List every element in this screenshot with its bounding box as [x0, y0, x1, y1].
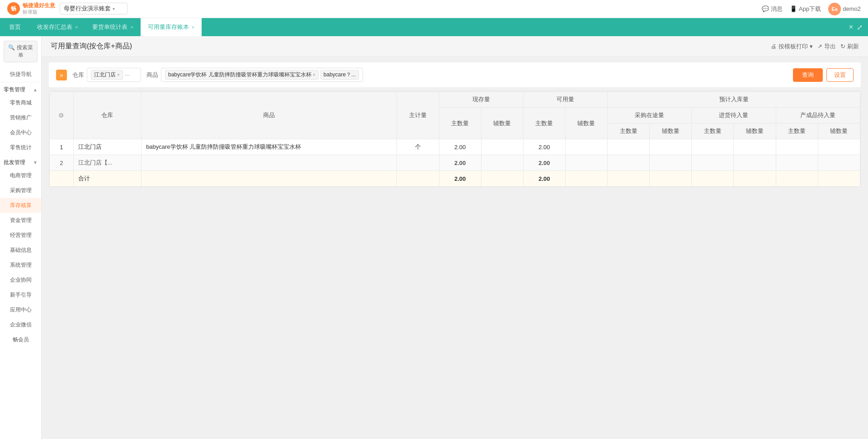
search-icon: 🔍	[8, 44, 15, 51]
layout: 🔍 搜索菜单 快捷导航 零售管理 ▲ 零售商城 营销推广 会员中心 零售统计 批…	[0, 36, 868, 439]
th-settings[interactable]: ⚙	[50, 92, 74, 139]
table-scroll[interactable]: ⚙ 仓库 商品 主计量 现存量 可用量 预计入库量 主数量 辅数量	[49, 91, 860, 187]
th-warehouse: 仓库	[73, 92, 141, 139]
cell-mainunit: 个	[397, 139, 439, 155]
sidebar-group-wholesale[interactable]: 批发管理 ▼	[0, 155, 41, 168]
product-tag-2-label: babycare？...	[324, 71, 356, 79]
retail-stats-label: 零售统计	[10, 144, 32, 151]
sidebar-item-operations[interactable]: 经营管理	[0, 228, 41, 243]
marketing-label: 营销推广	[10, 114, 32, 121]
summary-current-aux	[481, 155, 523, 171]
sidebar-item-wechat[interactable]: 企业微信	[0, 317, 41, 332]
logo-icon: 畅	[7, 2, 20, 15]
sidebar-item-enterprise[interactable]: 企业协同	[0, 273, 41, 288]
sidebar-item-changhui[interactable]: 畅会员	[0, 332, 41, 347]
footer-inbound-main	[692, 171, 734, 187]
warehouse-tag-remove[interactable]: ×	[117, 72, 120, 77]
search-menu-btn[interactable]: 🔍 搜索菜单	[4, 41, 38, 62]
cell-purchase-main	[608, 139, 650, 155]
sidebar-item-ecommerce[interactable]: 电商管理	[0, 168, 41, 183]
wholesale-group-label: 批发管理	[4, 159, 25, 166]
store-selector-label: 母婴行业演示账套	[64, 5, 111, 13]
footer-label: 合计	[73, 171, 141, 187]
tab-yaohuo-label: 要货单统计表	[92, 23, 127, 31]
data-table: ⚙ 仓库 商品 主计量 现存量 可用量 预计入库量 主数量 辅数量	[49, 91, 860, 187]
th-available-qty: 可用量	[523, 92, 607, 108]
tab-keyongliang-close[interactable]: ×	[192, 24, 194, 30]
print-btn[interactable]: 🖨 按模板打印 ▾	[771, 42, 813, 51]
product-tag-1-remove[interactable]: ×	[313, 72, 316, 77]
tab-keyongliang-label: 可用量库存账本	[148, 23, 189, 31]
sidebar-item-appcenter[interactable]: 应用中心	[0, 302, 41, 317]
export-label: 导出	[824, 42, 836, 51]
summary-production-aux	[818, 155, 860, 171]
tab-shoufacun-close[interactable]: ×	[75, 24, 78, 30]
table-footer: 合计 2.00 2.00	[50, 171, 860, 187]
settings-icon[interactable]: ⚙	[58, 112, 64, 119]
warehouse-filter-field: 仓库 江北门店 × ···	[72, 68, 141, 82]
app-download-action[interactable]: 📱 App下载	[790, 5, 821, 13]
sidebar-item-finance[interactable]: 资金管理	[0, 213, 41, 228]
summary-warehouse: 江北门店【...	[73, 155, 141, 171]
maximize-icon[interactable]: ⤢	[857, 23, 863, 32]
search-menu-label: 搜索菜单	[17, 44, 33, 58]
th-production-main: 主数量	[776, 123, 818, 139]
cell-available-aux	[565, 139, 607, 155]
product-filter-input[interactable]: babycare学饮杯 儿童防摔防撞吸管杯重力球吸嘴杯宝宝水杯 × babyca…	[161, 68, 363, 82]
th-available-main: 主数量	[523, 108, 565, 139]
warehouse-filter-dots[interactable]: ···	[125, 71, 130, 78]
query-button[interactable]: 查询	[793, 68, 823, 82]
summary-no: 2	[50, 155, 74, 171]
refresh-btn[interactable]: ↻ 刷新	[840, 42, 859, 51]
store-selector[interactable]: 母婴行业演示账套 ▾	[60, 3, 127, 14]
message-label: 消息	[771, 5, 783, 13]
chevron-down-icon: ▾	[113, 6, 115, 11]
th-production-pending: 产成品待入量	[776, 108, 860, 123]
home-label: 首页	[9, 23, 21, 31]
logo-text-block: 畅捷通好生意 标准版	[23, 2, 55, 15]
online-store-label: 零售商城	[10, 99, 32, 106]
cell-inbound-aux	[734, 139, 776, 155]
user-action[interactable]: Ea demo2	[828, 3, 861, 15]
summary-purchase-aux	[650, 155, 692, 171]
logo-area: 畅 畅捷通好生意 标准版	[7, 2, 55, 15]
tab-keyongliang[interactable]: 可用量库存账本 ×	[141, 18, 202, 36]
sidebar-item-marketing[interactable]: 营销推广	[0, 110, 41, 125]
footer-empty1	[50, 171, 74, 187]
sidebar-item-online-store[interactable]: 零售商城	[0, 95, 41, 110]
cell-no: 1	[50, 139, 74, 155]
sidebar-item-members[interactable]: 会员中心	[0, 125, 41, 140]
sidebar-item-guide[interactable]: 新手引导	[0, 288, 41, 302]
tab-home[interactable]: 首页	[0, 18, 30, 36]
page-title: 可用量查询(按仓库+商品)	[51, 42, 132, 51]
product-tag-1-label: babycare学饮杯 儿童防摔防撞吸管杯重力球吸嘴杯宝宝水杯	[168, 71, 311, 79]
tab-yaohuo-close[interactable]: ×	[130, 24, 133, 30]
print-arrow-icon: ▾	[810, 43, 813, 50]
footer-row: 合计 2.00 2.00	[50, 171, 860, 187]
sidebar-item-system[interactable]: 系统管理	[0, 258, 41, 273]
print-icon: 🖨	[771, 43, 777, 50]
table-group-summary-row: 2 江北门店【... 2.00 2.00	[50, 155, 860, 171]
sidebar-item-purchase[interactable]: 采购管理	[0, 183, 41, 198]
message-action[interactable]: 💬 消息	[762, 5, 783, 13]
tab-shoufacun[interactable]: 收发存汇总表 ×	[30, 18, 85, 36]
setting-button[interactable]: 设置	[826, 68, 854, 82]
cell-warehouse: 江北门店	[73, 139, 141, 155]
filter-expand-btn[interactable]: »	[56, 70, 67, 80]
export-btn[interactable]: ↗ 导出	[817, 42, 836, 51]
table-container: ⚙ 仓库 商品 主计量 现存量 可用量 预计入库量 主数量 辅数量	[49, 91, 861, 187]
tab-yaohuo[interactable]: 要货单统计表 ×	[85, 18, 140, 36]
cell-current-aux	[481, 139, 523, 155]
th-purchase-transit: 采购在途量	[608, 108, 692, 123]
sidebar-item-retail-stats[interactable]: 零售统计	[0, 140, 41, 155]
sidebar-group-retail[interactable]: 零售管理 ▲	[0, 82, 41, 95]
sidebar-item-basics[interactable]: 基础信息	[0, 243, 41, 258]
cell-production-main	[776, 139, 818, 155]
warehouse-filter-input[interactable]: 江北门店 × ···	[87, 68, 141, 82]
close-all-icon[interactable]: ×	[849, 23, 853, 31]
refresh-label: 刷新	[847, 42, 859, 51]
nav-tabs: 首页 收发存汇总表 × 要货单统计表 × 可用量库存账本 × × ⤢	[0, 18, 868, 36]
sidebar-quick-nav[interactable]: 快捷导航	[0, 67, 41, 82]
th-production-aux: 辅数量	[818, 123, 860, 139]
sidebar-item-inventory[interactable]: 库存核算	[0, 198, 41, 213]
